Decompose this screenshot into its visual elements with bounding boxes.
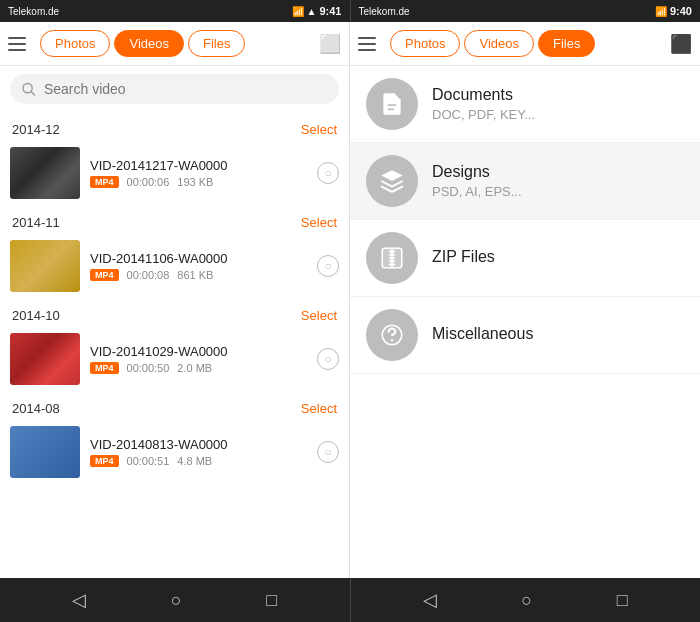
- svg-point-0: [23, 83, 32, 92]
- check-icon-0[interactable]: ○: [317, 162, 339, 184]
- video-size-1: 861 KB: [177, 269, 213, 281]
- home-button-left[interactable]: ○: [171, 590, 182, 611]
- recent-button-right[interactable]: □: [617, 590, 628, 611]
- video-list: 2014-12 Select VID-20141217-WA0000 MP4 0…: [0, 112, 349, 578]
- right-time: 9:40: [670, 5, 692, 17]
- section-header-2014-08: 2014-08 Select: [0, 391, 349, 420]
- file-name-misc: Miscellaneous: [432, 325, 684, 343]
- video-item-2[interactable]: VID-20141029-WA0000 MP4 00:00:50 2.0 MB …: [0, 327, 349, 391]
- video-thumb-0: [10, 147, 80, 199]
- select-btn-2014-08[interactable]: Select: [301, 401, 337, 416]
- video-size-2: 2.0 MB: [177, 362, 212, 374]
- mp4-badge-3: MP4: [90, 455, 119, 467]
- select-btn-2014-12[interactable]: Select: [301, 122, 337, 137]
- video-size-3: 4.8 MB: [177, 455, 212, 467]
- file-ext-documents: DOC, PDF, KEY...: [432, 107, 684, 122]
- right-tab-bar: Photos Videos Files ⬛: [350, 22, 700, 66]
- left-status-bar: Telekom.de 📶 ▲ 9:41: [0, 0, 350, 22]
- file-item-zip[interactable]: ZIP Files: [350, 220, 700, 297]
- video-duration-3: 00:00:51: [127, 455, 170, 467]
- section-header-2014-12: 2014-12 Select: [0, 112, 349, 141]
- check-icon-1[interactable]: ○: [317, 255, 339, 277]
- video-name-1: VID-20141106-WA0000: [90, 251, 307, 266]
- svg-point-12: [391, 339, 393, 341]
- video-duration-1: 00:00:08: [127, 269, 170, 281]
- right-nav-bar: ◁ ○ □: [350, 578, 701, 622]
- designs-icon: [366, 155, 418, 207]
- file-item-misc[interactable]: Miscellaneous: [350, 297, 700, 374]
- file-name-documents: Documents: [432, 86, 684, 104]
- video-duration-2: 00:00:50: [127, 362, 170, 374]
- tab-files-right[interactable]: Files: [538, 30, 595, 57]
- left-time: 9:41: [319, 5, 341, 17]
- documents-icon: [366, 78, 418, 130]
- file-ext-designs: PSD, AI, EPS...: [432, 184, 684, 199]
- section-date-2014-11: 2014-11: [12, 215, 60, 230]
- section-date-2014-12: 2014-12: [12, 122, 60, 137]
- file-item-designs[interactable]: Designs PSD, AI, EPS...: [350, 143, 700, 220]
- tab-photos-left[interactable]: Photos: [40, 30, 110, 57]
- video-thumb-3: [10, 426, 80, 478]
- section-date-2014-10: 2014-10: [12, 308, 60, 323]
- tab-photos-right[interactable]: Photos: [390, 30, 460, 57]
- left-signal-icon: ▲: [307, 6, 317, 17]
- search-input[interactable]: [44, 81, 327, 97]
- select-btn-2014-11[interactable]: Select: [301, 215, 337, 230]
- zip-icon: [366, 232, 418, 284]
- right-status-bar: Telekom.de 📶 9:40: [350, 0, 701, 22]
- mp4-badge-0: MP4: [90, 176, 119, 188]
- file-item-documents[interactable]: Documents DOC, PDF, KEY...: [350, 66, 700, 143]
- cast-icon-left[interactable]: ⬜: [319, 33, 341, 55]
- video-name-0: VID-20141217-WA0000: [90, 158, 307, 173]
- cast-icon-right[interactable]: ⬛: [670, 33, 692, 55]
- section-date-2014-08: 2014-08: [12, 401, 60, 416]
- right-carrier: Telekom.de: [359, 6, 410, 17]
- check-icon-3[interactable]: ○: [317, 441, 339, 463]
- video-item-1[interactable]: VID-20141106-WA0000 MP4 00:00:08 861 KB …: [0, 234, 349, 298]
- section-header-2014-10: 2014-10 Select: [0, 298, 349, 327]
- recent-button-left[interactable]: □: [266, 590, 277, 611]
- mp4-badge-2: MP4: [90, 362, 119, 374]
- file-name-zip: ZIP Files: [432, 248, 684, 266]
- left-menu-icon[interactable]: [8, 32, 32, 56]
- select-btn-2014-10[interactable]: Select: [301, 308, 337, 323]
- svg-line-1: [31, 91, 35, 95]
- right-menu-icon[interactable]: [358, 32, 382, 56]
- tab-files-left[interactable]: Files: [188, 30, 245, 57]
- left-tab-bar: Photos Videos Files ⬜: [0, 22, 349, 66]
- search-bar[interactable]: [10, 74, 339, 104]
- left-nav-bar: ◁ ○ □: [0, 578, 350, 622]
- back-button-right[interactable]: ◁: [423, 589, 437, 611]
- video-thumb-1: [10, 240, 80, 292]
- left-sim-icon: 📶: [292, 6, 304, 17]
- video-size-0: 193 KB: [177, 176, 213, 188]
- video-item-3[interactable]: VID-20140813-WA0000 MP4 00:00:51 4.8 MB …: [0, 420, 349, 484]
- check-icon-2[interactable]: ○: [317, 348, 339, 370]
- left-carrier: Telekom.de: [8, 6, 59, 17]
- video-name-2: VID-20141029-WA0000: [90, 344, 307, 359]
- video-thumb-2: [10, 333, 80, 385]
- tab-videos-left[interactable]: Videos: [114, 30, 184, 57]
- back-button-left[interactable]: ◁: [72, 589, 86, 611]
- search-icon: [22, 82, 36, 97]
- file-list: Documents DOC, PDF, KEY... Designs: [350, 66, 700, 578]
- mp4-badge-1: MP4: [90, 269, 119, 281]
- video-item-0[interactable]: VID-20141217-WA0000 MP4 00:00:06 193 KB …: [0, 141, 349, 205]
- home-button-right[interactable]: ○: [521, 590, 532, 611]
- right-sim-icon: 📶: [655, 6, 667, 17]
- section-header-2014-11: 2014-11 Select: [0, 205, 349, 234]
- video-duration-0: 00:00:06: [127, 176, 170, 188]
- misc-icon: [366, 309, 418, 361]
- video-name-3: VID-20140813-WA0000: [90, 437, 307, 452]
- tab-videos-right[interactable]: Videos: [464, 30, 534, 57]
- file-name-designs: Designs: [432, 163, 684, 181]
